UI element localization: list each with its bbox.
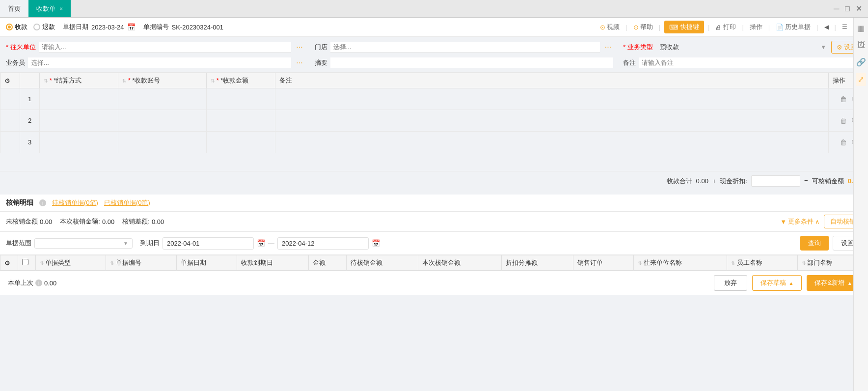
th-amount: ⇅ * *收款金额 [207, 73, 275, 88]
td-method-1[interactable] [40, 88, 118, 110]
window-close-btn[interactable]: ✕ [854, 4, 864, 13]
list-view-btn[interactable]: ☰ [840, 23, 849, 31]
bth-sort-dept[interactable]: ⇅ [802, 260, 806, 266]
date-sep: — [268, 240, 274, 247]
radio-receive[interactable]: 收款 [6, 23, 27, 31]
more-conditions-btn[interactable]: ▼ 更多条件 ∧ [780, 217, 820, 226]
unchecked-label: 未核销金额 [6, 217, 38, 226]
radio-refund[interactable]: 退款 [33, 23, 55, 31]
td-method-2[interactable] [40, 110, 118, 132]
save-draft-btn[interactable]: 保存草稿 ▲ [752, 275, 802, 291]
history-btn[interactable]: 📄 历史单据 [774, 22, 813, 32]
pending-tab[interactable]: 待核销单据(0笔) [52, 198, 98, 207]
td-amount-3[interactable] [207, 132, 275, 153]
table-gear-icon[interactable]: ⚙ [4, 77, 10, 84]
equals-sign: = [804, 177, 808, 185]
prev-label: 本单上次 [8, 279, 33, 287]
td-method-3[interactable] [40, 132, 118, 153]
td-amount-1[interactable] [207, 88, 275, 110]
info-icon[interactable]: i [39, 199, 46, 206]
done-tab[interactable]: 已核销单据(0笔) [104, 198, 150, 207]
bth-sort-num[interactable]: ⇅ [110, 260, 114, 266]
sort-account-icon[interactable]: ⇅ [122, 78, 126, 84]
keyboard-icon: ⌨ [669, 24, 678, 31]
bth-pending-label: 待核销金额 [351, 259, 382, 266]
bth-sort-partner[interactable]: ⇅ [638, 260, 642, 266]
biz-type-value: 预收款 [656, 43, 815, 52]
shortcut-btn[interactable]: ⌨ 快捷键 [664, 21, 704, 33]
date-from-input[interactable] [163, 237, 254, 250]
cal-to-icon[interactable]: 📅 [372, 239, 380, 247]
doc-value: SK-20230324-001 [172, 24, 224, 31]
staff-input[interactable] [28, 57, 291, 68]
bth-due-label: 收款到期日 [241, 259, 273, 266]
sort-amount-icon[interactable]: ⇅ [211, 78, 215, 84]
td-account-1[interactable] [118, 88, 207, 110]
sort-icon[interactable]: ⇅ [44, 78, 48, 84]
store-more-icon[interactable]: ··· [603, 43, 613, 52]
sidebar-link-icon[interactable]: 🔗 [854, 56, 868, 69]
remark-input[interactable] [639, 57, 862, 68]
store-label: 门店 [315, 43, 327, 52]
help-btn[interactable]: ⊙ 帮助 [631, 22, 655, 32]
select-all-checkbox[interactable] [22, 259, 28, 265]
partner-input[interactable] [39, 42, 292, 53]
window-minimize-btn[interactable]: ─ [832, 4, 841, 13]
more-conditions-label: 更多条件 [788, 217, 814, 226]
delete-row-1-btn[interactable]: 🗑 [839, 94, 848, 104]
calendar-icon[interactable]: 📅 [127, 23, 136, 31]
print-btn[interactable]: 🖨 打印 [713, 22, 738, 32]
td-num-3: 3 [20, 132, 40, 153]
td-amount-2[interactable] [207, 110, 275, 132]
video-btn[interactable]: ⊙ 视频 [598, 22, 622, 32]
td-account-2[interactable] [118, 110, 207, 132]
bth-order-label: 销售订单 [577, 259, 603, 266]
bth-due: 收款到期日 [237, 255, 308, 271]
window-maximize-btn[interactable]: □ [843, 4, 852, 13]
bth-order: 销售订单 [573, 255, 634, 271]
range-label: 单据范围 [6, 239, 31, 248]
info-circle-icon: i [35, 279, 42, 286]
bth-num: ⇅ 单据编号 [106, 255, 176, 271]
plus-sign: + [712, 177, 716, 185]
tab-home[interactable]: 首页 [0, 0, 28, 17]
help-icon: ⊙ [633, 24, 639, 31]
sidebar-table-icon[interactable]: ▦ [855, 22, 867, 35]
nav-left-btn[interactable]: ◀ [822, 23, 831, 31]
doc-label: 单据编号 [143, 23, 169, 31]
td-account-3[interactable] [118, 132, 207, 153]
bottom-table: ⚙ ⇅ 单据类型 ⇅ [0, 255, 868, 271]
bth-sort-type[interactable]: ⇅ [40, 260, 44, 266]
tab-close-icon[interactable]: × [59, 5, 63, 12]
query-btn[interactable]: 查询 [800, 236, 829, 251]
sidebar-expand-icon[interactable]: ⤢ [856, 73, 866, 86]
sep4: | [742, 24, 743, 31]
cal-from-icon[interactable]: 📅 [257, 239, 265, 247]
save-new-btn[interactable]: 保存&新增 ▲ [807, 275, 860, 291]
store-input[interactable] [330, 42, 600, 53]
delete-row-2-btn[interactable]: 🗑 [839, 115, 848, 126]
unchecked-value: 0.00 [40, 218, 52, 225]
staff-more-icon[interactable]: ··· [294, 58, 304, 67]
save-new-label: 保存&新增 [814, 279, 844, 287]
bottom-gear-icon[interactable]: ⚙ [4, 259, 10, 267]
partner-more-icon[interactable]: ··· [294, 43, 304, 52]
td-remark-1[interactable] [275, 88, 829, 110]
sidebar-image-icon[interactable]: 🖼 [855, 39, 867, 52]
radio-refund-dot [33, 24, 40, 30]
operation-btn[interactable]: 操作 [748, 22, 764, 32]
tab-active[interactable]: 收款单 × [28, 0, 71, 17]
summary-input[interactable] [330, 57, 614, 68]
bth-sort-staff[interactable]: ⇅ [731, 260, 735, 266]
date-to-input[interactable] [277, 237, 369, 250]
bth-num-label: 单据编号 [116, 259, 141, 266]
delete-row-3-btn[interactable]: 🗑 [839, 137, 848, 147]
main-table: ⚙ ⇅ * *结算方式 ⇅ * *收款账号 [0, 73, 868, 153]
td-remark-3[interactable] [275, 132, 829, 153]
td-num-2: 2 [20, 110, 40, 132]
range-select[interactable]: ▼ [34, 238, 133, 249]
biz-type-arrow-icon[interactable]: ▼ [818, 44, 828, 51]
discount-input[interactable] [751, 175, 800, 187]
abandon-btn[interactable]: 放弃 [714, 275, 747, 291]
td-remark-2[interactable] [275, 110, 829, 132]
